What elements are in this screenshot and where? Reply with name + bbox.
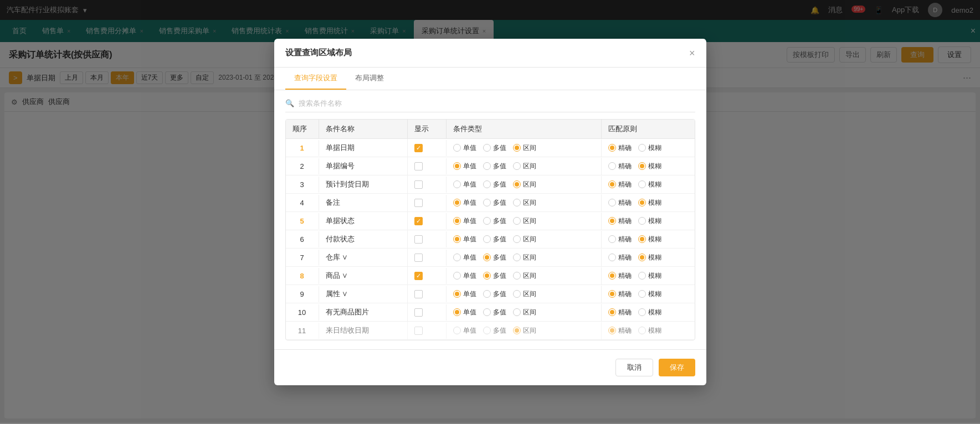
checkbox-4[interactable] bbox=[414, 199, 423, 207]
radio-icon bbox=[638, 308, 646, 316]
type-radio-multi-10[interactable]: 多值 bbox=[483, 308, 506, 317]
row-display-2[interactable] bbox=[408, 158, 447, 174]
type-radio-range-9[interactable]: 区间 bbox=[513, 289, 536, 299]
match-radio-fuzzy-4[interactable]: 模糊 bbox=[638, 198, 661, 208]
match-radio-fuzzy-9[interactable]: 模糊 bbox=[638, 289, 661, 299]
match-radio-exact-2[interactable]: 精确 bbox=[608, 162, 632, 171]
row-display-5[interactable]: ✓ bbox=[408, 213, 447, 229]
radio-icon bbox=[638, 144, 646, 152]
type-radio-single-10[interactable]: 单值 bbox=[453, 308, 476, 317]
type-radio-multi-2[interactable]: 多值 bbox=[483, 162, 506, 171]
row-match-5: 精确 模糊 bbox=[602, 213, 695, 230]
type-radio-group-3: 单值 多值 区间 bbox=[453, 180, 536, 189]
type-radio-single-1[interactable]: 单值 bbox=[453, 143, 476, 153]
match-radio-exact-1[interactable]: 精确 bbox=[608, 143, 632, 153]
radio-icon-selected bbox=[453, 308, 461, 316]
type-radio-multi-5[interactable]: 多值 bbox=[483, 216, 506, 226]
type-radio-single-11[interactable]: 单值 bbox=[453, 326, 476, 335]
match-radio-fuzzy-5[interactable]: 模糊 bbox=[638, 216, 661, 226]
checkbox-8[interactable]: ✓ bbox=[414, 272, 423, 280]
row-display-10[interactable] bbox=[408, 304, 447, 320]
checkbox-6[interactable] bbox=[414, 235, 423, 244]
match-radio-fuzzy-3[interactable]: 模糊 bbox=[638, 180, 661, 189]
type-radio-range-7[interactable]: 区间 bbox=[513, 253, 536, 262]
type-radio-range-11[interactable]: 区间 bbox=[513, 326, 536, 335]
type-radio-multi-11[interactable]: 多值 bbox=[483, 326, 506, 335]
type-radio-range-2[interactable]: 区间 bbox=[513, 162, 536, 171]
match-radio-fuzzy-1[interactable]: 模糊 bbox=[638, 143, 661, 153]
checkbox-9[interactable] bbox=[414, 290, 423, 298]
checkbox-10[interactable] bbox=[414, 308, 423, 317]
search-input[interactable] bbox=[299, 99, 695, 107]
match-radio-exact-7[interactable]: 精确 bbox=[608, 253, 632, 262]
checkbox-7[interactable] bbox=[414, 254, 423, 262]
match-radio-fuzzy-11[interactable]: 模糊 bbox=[638, 326, 661, 335]
row-name-2: 单据编号 bbox=[319, 157, 408, 175]
row-display-8[interactable]: ✓ bbox=[408, 268, 447, 284]
type-radio-range-1[interactable]: 区间 bbox=[513, 143, 536, 153]
type-radio-multi-8[interactable]: 多值 bbox=[483, 271, 506, 281]
type-radio-multi-7[interactable]: 多值 bbox=[483, 253, 506, 262]
radio-icon bbox=[513, 162, 521, 170]
type-radio-multi-3[interactable]: 多值 bbox=[483, 180, 506, 189]
type-radio-multi-1[interactable]: 多值 bbox=[483, 143, 506, 153]
type-radio-single-4[interactable]: 单值 bbox=[453, 198, 476, 208]
type-radio-single-6[interactable]: 单值 bbox=[453, 235, 476, 244]
type-radio-single-7[interactable]: 单值 bbox=[453, 253, 476, 262]
match-radio-exact-8[interactable]: 精确 bbox=[608, 271, 632, 281]
match-radio-exact-9[interactable]: 精确 bbox=[608, 289, 632, 299]
match-radio-exact-11[interactable]: 精确 bbox=[608, 326, 632, 335]
type-radio-single-2[interactable]: 单值 bbox=[453, 162, 476, 171]
match-radio-group-9: 精确 模糊 bbox=[608, 289, 661, 299]
type-radio-range-8[interactable]: 区间 bbox=[513, 271, 536, 281]
type-radio-multi-9[interactable]: 多值 bbox=[483, 289, 506, 299]
row-name-6: 付款状态 bbox=[319, 230, 408, 248]
type-radio-group-9: 单值 多值 区间 bbox=[453, 289, 536, 299]
radio-icon bbox=[608, 199, 616, 206]
checkbox-3[interactable] bbox=[414, 180, 423, 189]
save-button[interactable]: 保存 bbox=[659, 359, 695, 376]
type-radio-single-3[interactable]: 单值 bbox=[453, 180, 476, 189]
row-display-1[interactable]: ✓ bbox=[408, 140, 447, 156]
match-radio-fuzzy-7[interactable]: 模糊 bbox=[638, 253, 661, 262]
match-radio-exact-10[interactable]: 精确 bbox=[608, 308, 632, 317]
type-radio-range-6[interactable]: 区间 bbox=[513, 235, 536, 244]
row-display-3[interactable] bbox=[408, 177, 447, 193]
type-radio-multi-4[interactable]: 多值 bbox=[483, 198, 506, 208]
checkbox-1[interactable]: ✓ bbox=[414, 144, 423, 152]
type-radio-range-5[interactable]: 区间 bbox=[513, 216, 536, 226]
match-radio-exact-6[interactable]: 精确 bbox=[608, 235, 632, 244]
type-radio-single-8[interactable]: 单值 bbox=[453, 271, 476, 281]
row-display-6[interactable] bbox=[408, 231, 447, 247]
type-radio-range-10[interactable]: 区间 bbox=[513, 308, 536, 317]
type-radio-multi-6[interactable]: 多值 bbox=[483, 235, 506, 244]
type-radio-single-9[interactable]: 单值 bbox=[453, 289, 476, 299]
row-type-11: 单值 多值 区间 bbox=[447, 322, 602, 339]
checkbox-11[interactable] bbox=[414, 327, 423, 335]
match-radio-fuzzy-8[interactable]: 模糊 bbox=[638, 271, 661, 281]
match-radio-exact-3[interactable]: 精确 bbox=[608, 180, 632, 189]
type-radio-single-5[interactable]: 单值 bbox=[453, 216, 476, 226]
match-radio-exact-4[interactable]: 精确 bbox=[608, 198, 632, 208]
match-radio-fuzzy-10[interactable]: 模糊 bbox=[638, 308, 661, 317]
checkbox-2[interactable] bbox=[414, 162, 423, 170]
overlay: 设置查询区域布局 × 查询字段设置 布局调整 🔍 顺序 条件名称 显示 条件 bbox=[0, 0, 980, 423]
match-radio-exact-5[interactable]: 精确 bbox=[608, 216, 632, 226]
dialog-close-button[interactable]: × bbox=[689, 48, 695, 58]
checkbox-5[interactable]: ✓ bbox=[414, 217, 423, 225]
dialog-tab-fields[interactable]: 查询字段设置 bbox=[285, 68, 346, 90]
row-display-4[interactable] bbox=[408, 195, 447, 211]
row-display-7[interactable] bbox=[408, 250, 447, 266]
type-radio-range-3[interactable]: 区间 bbox=[513, 180, 536, 189]
dialog-tab-layout[interactable]: 布局调整 bbox=[346, 68, 393, 90]
cancel-button[interactable]: 取消 bbox=[615, 359, 653, 376]
row-type-7: 单值 多值 区间 bbox=[447, 249, 602, 266]
radio-icon-selected bbox=[608, 272, 616, 280]
type-radio-range-4[interactable]: 区间 bbox=[513, 198, 536, 208]
row-display-9[interactable] bbox=[408, 286, 447, 302]
row-display-11[interactable] bbox=[408, 323, 447, 339]
radio-icon-selected bbox=[513, 327, 521, 334]
match-radio-fuzzy-2[interactable]: 模糊 bbox=[638, 162, 661, 171]
match-radio-fuzzy-6[interactable]: 模糊 bbox=[638, 235, 661, 244]
radio-icon-selected bbox=[608, 180, 616, 188]
